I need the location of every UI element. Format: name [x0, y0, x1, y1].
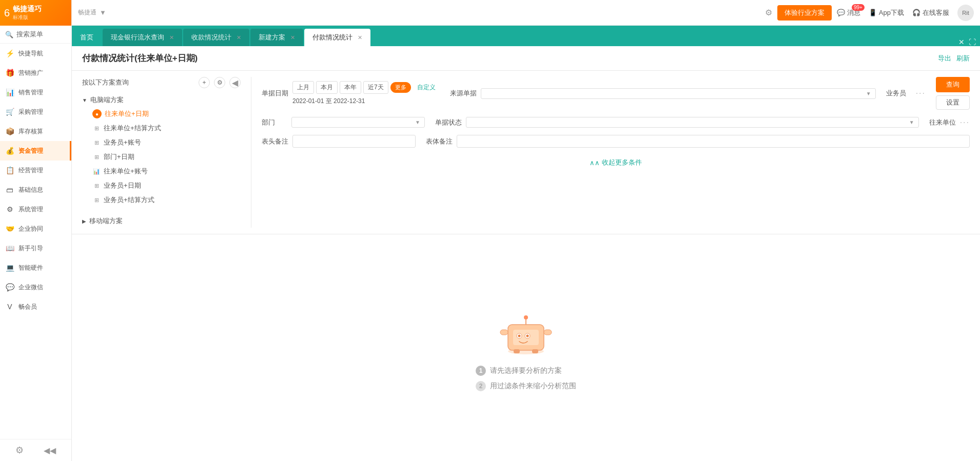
tab-new-scheme[interactable]: 新建方案 ✕	[250, 29, 303, 46]
avatar[interactable]: Rit	[957, 5, 974, 21]
date-btn-this-month[interactable]: 本月	[316, 81, 338, 94]
scheme-item-unit-date[interactable]: ● 往来单位+日期	[82, 107, 241, 121]
hint-number-2: 2	[476, 381, 486, 391]
tabs-bar: 首页 现金银行流水查询 ✕ 收款情况统计 ✕ 新建方案 ✕ 付款情况统计 ✕ ✕…	[72, 26, 980, 46]
quick-nav-icon: ⚡	[5, 49, 14, 58]
sidebar-item-basic[interactable]: 🗃 基础信息	[0, 180, 71, 199]
collapse-more-button[interactable]: ∧∧ 收起更多条件	[262, 155, 970, 170]
weixin-icon: 💬	[5, 283, 14, 292]
sidebar-item-finance[interactable]: 💰 资金管理	[0, 141, 71, 161]
date-btn-7days[interactable]: 近7天	[363, 81, 388, 94]
tab-new-scheme-label: 新建方案	[259, 33, 285, 42]
topbar-online-service[interactable]: 🎧 在线客服	[912, 8, 949, 17]
sidebar-settings-icon[interactable]: ⚙	[15, 445, 24, 456]
table-body-note-input[interactable]	[457, 135, 970, 148]
scheme-item-staff-payment[interactable]: ⊞ 业务员+结算方式	[82, 193, 241, 207]
desktop-scheme-group: ▼ 电脑端方案 ● 往来单位+日期 ⊞ 往来单位+结算方式 ⊞ 业务员+账号	[82, 93, 241, 207]
trial-button[interactable]: 体验行业方案	[777, 5, 832, 21]
tab-home[interactable]: 首页	[72, 29, 102, 46]
sidebar-search-label: 搜索菜单	[16, 30, 43, 39]
staff-input[interactable]: ···	[916, 89, 926, 98]
sidebar-item-label: 基础信息	[18, 186, 43, 194]
add-scheme-button[interactable]: +	[199, 77, 210, 88]
filter-fields: 单据日期 上月 本月 本年 近7天 更多 自定义 2022-01-01 至 20…	[262, 77, 970, 228]
scheme-item-staff-date[interactable]: ⊞ 业务员+日期	[82, 178, 241, 193]
tab-new-scheme-close[interactable]: ✕	[290, 34, 295, 41]
date-btn-last-month[interactable]: 上月	[292, 81, 314, 94]
tab-bank-close[interactable]: ✕	[169, 34, 174, 41]
table-head-note-input[interactable]	[292, 135, 416, 148]
filter-table-body-note-field: 表体备注	[426, 135, 970, 148]
sidebar-logo-text: 畅捷通巧	[13, 5, 42, 14]
sidebar-item-guide[interactable]: 📖 新手引导	[0, 238, 71, 258]
topbar-right: 💬 消息 99+ 📱 App下载 🎧 在线客服 Rit	[837, 5, 974, 21]
mobile-scheme-group-header[interactable]: ▶ 移动端方案	[82, 214, 241, 228]
scheme-item-staff-account[interactable]: ⊞ 业务员+账号	[82, 135, 241, 150]
tab-payment-stat2[interactable]: 付款情况统计 ✕	[304, 29, 370, 46]
sidebar-logo: 6	[4, 7, 10, 19]
scheme-item-label: 业务员+结算方式	[104, 195, 154, 205]
tab-bank-label: 现金银行流水查询	[111, 33, 164, 42]
page-title: 付款情况统计(往来单位+日期)	[82, 52, 198, 64]
sidebar-item-label: 营销推广	[18, 69, 43, 77]
sidebar-item-sales[interactable]: 📊 销售管理	[0, 83, 71, 102]
marketing-icon: 🎁	[5, 68, 14, 77]
sidebar-item-system[interactable]: ⚙ 系统管理	[0, 199, 71, 219]
sidebar-item-marketing[interactable]: 🎁 营销推广	[0, 63, 71, 83]
tab-bank[interactable]: 现金银行流水查询 ✕	[103, 29, 182, 46]
sidebar-item-operation[interactable]: 📋 经营管理	[0, 161, 71, 180]
sidebar-item-label: 系统管理	[18, 205, 43, 214]
scheme-item-dept-date[interactable]: ⊞ 部门+日期	[82, 150, 241, 164]
svg-rect-11	[544, 330, 552, 335]
unit-input[interactable]: ···	[960, 118, 970, 127]
topbar-app-download[interactable]: 📱 App下载	[869, 8, 904, 17]
date-btn-more[interactable]: 更多	[390, 82, 411, 93]
dept-select[interactable]: ▼	[291, 117, 425, 128]
tab-payment-stat2-close[interactable]: ✕	[358, 34, 362, 41]
source-select[interactable]: ▼	[481, 88, 876, 99]
topbar-brand: 畅捷通 ▼	[78, 8, 760, 17]
voucher-status-select[interactable]: ▼	[466, 117, 919, 128]
notification-badge: 99+	[852, 4, 865, 11]
tab-payment-stat[interactable]: 收款情况统计 ✕	[183, 29, 249, 46]
date-btn-custom[interactable]: 自定义	[413, 82, 440, 93]
topbar-notifications[interactable]: 💬 消息 99+	[837, 8, 860, 17]
settings-button[interactable]: 设置	[936, 95, 970, 110]
filter-panel: 按以下方案查询 + ⚙ ◀ ▼ 电脑端方案 ● 往来单位+日期	[72, 71, 980, 234]
sidebar-item-label: 经营管理	[18, 166, 43, 175]
table-body-note-label: 表体备注	[426, 137, 453, 146]
tab-close-all-icon[interactable]: ✕	[958, 38, 965, 46]
scheme-table-icon: ⊞	[92, 124, 101, 132]
sidebar-item-quick-nav[interactable]: ⚡ 快捷导航	[0, 44, 71, 63]
sidebar-nav: ⚡ 快捷导航 🎁 营销推广 📊 销售管理 🛒 采购管理 📦 库存核算 💰 资金管…	[0, 44, 71, 439]
sidebar-item-enterprise[interactable]: 🤝 企业协同	[0, 219, 71, 238]
topbar-settings-icon[interactable]: ⚙	[765, 8, 772, 17]
source-select-arrow: ▼	[866, 91, 871, 96]
collapse-icon: ∧∧	[590, 159, 600, 167]
collapse-scheme-button[interactable]: ◀	[229, 77, 241, 88]
export-button[interactable]: 导出	[938, 54, 951, 63]
desktop-scheme-group-header[interactable]: ▼ 电脑端方案	[82, 93, 241, 107]
tab-maximize-icon[interactable]: ⛶	[969, 38, 976, 46]
sidebar-item-hardware[interactable]: 💻 智能硬件	[0, 258, 71, 277]
refresh-button[interactable]: 刷新	[956, 54, 970, 63]
empty-hints: 1 请先选择要分析的方案 2 用过滤条件来缩小分析范围	[476, 366, 576, 391]
online-service-label: 在线客服	[923, 8, 949, 17]
settings-scheme-button[interactable]: ⚙	[214, 77, 225, 88]
svg-point-5	[518, 335, 521, 337]
sidebar: 6 畅捷通巧 标准版 🔍 搜索菜单 ⚡ 快捷导航 🎁 营销推广 📊 销售管理 🛒…	[0, 0, 72, 461]
sidebar-item-weixin[interactable]: 💬 企业微信	[0, 277, 71, 297]
sidebar-item-inventory[interactable]: 📦 库存核算	[0, 122, 71, 141]
sidebar-collapse-icon[interactable]: ◀◀	[44, 446, 56, 455]
tab-payment-stat-close[interactable]: ✕	[237, 34, 241, 41]
scheme-table-icon: ⊞	[92, 182, 101, 190]
scheme-item-unit-account[interactable]: 📊 往来单位+账号	[82, 164, 241, 178]
scheme-item-unit-payment[interactable]: ⊞ 往来单位+结算方式	[82, 121, 241, 135]
sidebar-item-vip[interactable]: V 畅会员	[0, 297, 71, 316]
query-button[interactable]: 查询	[936, 77, 970, 92]
sidebar-search[interactable]: 🔍 搜索菜单	[0, 26, 71, 44]
date-btn-this-year[interactable]: 本年	[340, 81, 361, 94]
svg-rect-13	[532, 349, 538, 353]
sidebar-item-purchase[interactable]: 🛒 采购管理	[0, 102, 71, 122]
topbar-dropdown-icon[interactable]: ▼	[100, 9, 106, 16]
